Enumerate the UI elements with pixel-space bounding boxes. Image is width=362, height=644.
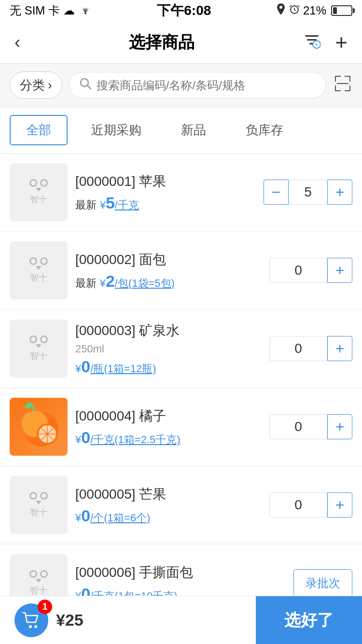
bottom-bar: 1 ¥25 选好了 <box>0 596 362 644</box>
tab-recent-label: 近期采购 <box>91 123 141 137</box>
decrease-button-0000001[interactable]: − <box>264 180 289 205</box>
status-left: 无 SIM 卡 ☁ <box>10 3 92 18</box>
time-display: 下午6:08 <box>157 1 211 20</box>
search-box <box>69 72 326 98</box>
svg-point-28 <box>29 625 32 628</box>
price-unit-4: /千克(1箱=2.5千克) <box>90 434 180 446</box>
price-unit-3: /瓶(1箱=12瓶) <box>90 363 156 375</box>
price-value-5: 0 <box>81 506 90 525</box>
price-yuan-5: ¥ <box>75 512 81 524</box>
price-yuan-3: ¥ <box>75 363 81 375</box>
category-button[interactable]: 分类 › <box>10 71 62 99</box>
owl-brand-text: 智十 <box>30 194 47 205</box>
tab-bar: 全部 近期采购 新品 负库存 <box>0 107 362 154</box>
search-icon <box>79 77 92 93</box>
back-button[interactable]: ‹ <box>14 32 20 53</box>
product-controls-0000005: + <box>269 492 352 518</box>
product-thumb-0000002: 智十 <box>10 241 68 299</box>
scan-icon[interactable] <box>333 74 352 97</box>
product-thumb-0000004 <box>10 398 68 456</box>
product-name-0000004: [0000004] 橘子 <box>75 407 262 425</box>
product-item-0000004: [0000004] 橘子 ¥0/千克(1箱=2.5千克) + <box>0 388 362 465</box>
price-value-3: 0 <box>81 357 90 376</box>
product-info-0000005: [0000005] 芒果 ¥0/个(1箱=6个) <box>75 485 262 525</box>
increase-button-0000005[interactable]: + <box>327 492 352 518</box>
product-name-0000001: [0000001] 苹果 <box>75 172 256 191</box>
nav-bar: ‹ 选择商品 + + <box>0 21 362 64</box>
price-unit: /千克 <box>115 199 139 211</box>
increase-button-0000004[interactable]: + <box>327 414 352 439</box>
nav-right-actions: + + <box>303 30 348 55</box>
product-controls-0000002: + <box>269 258 352 283</box>
qty-input-0000001[interactable] <box>289 180 327 205</box>
tab-all[interactable]: 全部 <box>10 115 68 145</box>
svg-rect-14 <box>335 85 336 91</box>
svg-line-8 <box>87 85 91 89</box>
cart-badge: 1 <box>38 600 52 614</box>
qty-input-0000004[interactable] <box>269 414 327 439</box>
svg-rect-17 <box>337 83 348 84</box>
svg-point-29 <box>34 625 37 628</box>
product-controls-0000004: + <box>269 414 352 439</box>
svg-rect-12 <box>349 76 350 82</box>
location-icon <box>276 3 286 18</box>
tab-recent[interactable]: 近期采购 <box>75 115 157 145</box>
page-title: 选择商品 <box>129 31 195 54</box>
owl-eyes <box>29 179 48 187</box>
confirm-button[interactable]: 选好了 <box>256 596 362 644</box>
owl-logo-2: 智十 <box>29 257 48 283</box>
product-info-0000002: [0000002] 面包 最新 ¥2/包(1袋=5包) <box>75 251 262 291</box>
svg-rect-16 <box>349 85 350 91</box>
no-sim-text: 无 SIM 卡 ☁ <box>10 3 75 18</box>
product-name-0000003: [0000003] 矿泉水 <box>75 322 262 340</box>
product-thumb-0000003: 智十 <box>10 320 68 378</box>
battery-fill <box>333 7 337 14</box>
svg-point-0 <box>84 13 86 14</box>
price-yuan-4: ¥ <box>75 434 81 446</box>
owl-logo: 智十 <box>29 179 48 205</box>
product-info-0000001: [0000001] 苹果 最新 ¥5/千克 <box>75 172 256 212</box>
product-item-0000001: 智十 [0000001] 苹果 最新 ¥5/千克 − + <box>0 154 362 231</box>
filter-icon[interactable]: + <box>303 31 320 53</box>
increase-button-0000003[interactable]: + <box>327 336 352 361</box>
product-item-0000002: 智十 [0000002] 面包 最新 ¥2/包(1袋=5包) + <box>0 232 362 309</box>
tab-new[interactable]: 新品 <box>165 115 222 145</box>
qty-input-0000003[interactable] <box>269 336 327 361</box>
price-label-2: 最新 <box>75 277 97 289</box>
qty-input-0000005[interactable] <box>269 492 327 518</box>
batch-button-0000006[interactable]: 录批次 <box>293 569 352 597</box>
price-yuan: ¥ <box>100 199 106 211</box>
tab-negative-label: 负库存 <box>246 123 283 137</box>
product-price-0000003: ¥0/瓶(1箱=12瓶) <box>75 357 262 376</box>
cart-button[interactable]: 1 <box>14 603 48 637</box>
product-thumb-0000005: 智十 <box>10 476 68 534</box>
product-controls-0000003: + <box>269 336 352 361</box>
price-label: 最新 <box>75 199 97 211</box>
tab-all-label: 全部 <box>26 123 51 137</box>
product-controls-0000001: − + <box>264 180 352 205</box>
owl-eye-left <box>29 179 37 187</box>
product-price-0000001: 最新 ¥5/千克 <box>75 194 256 212</box>
qty-input-0000002[interactable] <box>269 258 327 283</box>
increase-button-0000002[interactable]: + <box>327 258 352 283</box>
owl-logo-5: 智十 <box>29 492 48 518</box>
owl-logo-6: 智十 <box>29 570 48 596</box>
svg-rect-10 <box>335 76 336 82</box>
product-name-0000006: [0000006] 手撕面包 <box>75 563 286 582</box>
product-name-0000002: [0000002] 面包 <box>75 251 262 269</box>
add-icon[interactable]: + <box>335 30 348 55</box>
product-price-0000005: ¥0/个(1箱=6个) <box>75 506 262 525</box>
svg-text:+: + <box>315 41 319 48</box>
tab-new-label: 新品 <box>181 123 206 137</box>
search-input[interactable] <box>97 79 316 92</box>
alarm-icon <box>289 3 300 18</box>
increase-button-0000001[interactable]: + <box>327 180 352 205</box>
product-controls-0000006: 录批次 <box>293 569 352 597</box>
product-name-0000005: [0000005] 芒果 <box>75 485 262 504</box>
product-thumb-0000001: 智十 <box>10 163 68 221</box>
category-label: 分类 <box>20 77 45 94</box>
tab-negative[interactable]: 负库存 <box>230 115 299 145</box>
status-right: 21% <box>276 3 352 18</box>
filter-bar: 分类 › <box>0 64 362 107</box>
product-list: 智十 [0000001] 苹果 最新 ¥5/千克 − + 智十 [0000002… <box>0 154 362 644</box>
